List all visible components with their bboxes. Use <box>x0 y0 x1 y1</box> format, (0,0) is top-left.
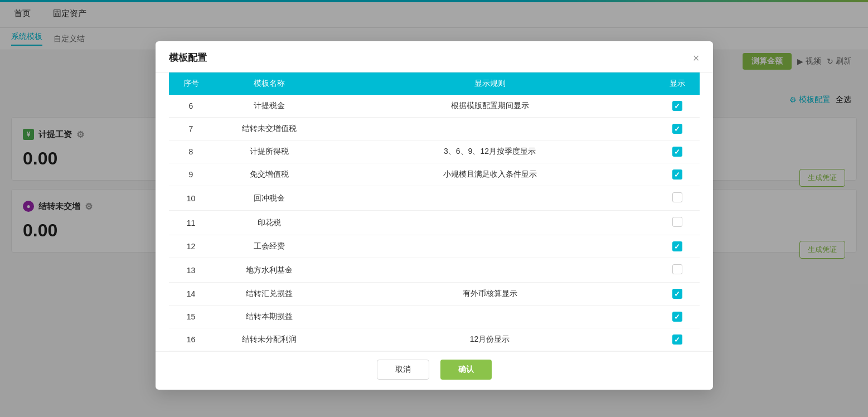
row-name: 计提税金 <box>214 95 325 118</box>
table-row: 6计提税金根据模版配置期间显示 <box>169 95 700 118</box>
row-rule: 12月份显示 <box>325 328 655 351</box>
row-rule: 小规模且满足收入条件显示 <box>325 163 655 186</box>
row-rule <box>325 211 655 235</box>
row-id: 6 <box>169 95 214 118</box>
row-id: 11 <box>169 211 214 235</box>
row-id: 16 <box>169 328 214 351</box>
row-name: 结转未交增值税 <box>214 118 325 140</box>
modal-close-button[interactable]: × <box>693 52 700 64</box>
row-rule <box>325 306 655 328</box>
table-row: 8计提所得税3、6、9、12月按季度显示 <box>169 140 700 163</box>
row-checkbox[interactable] <box>672 217 682 227</box>
row-checkbox-cell <box>655 163 700 186</box>
row-name: 结转本期损益 <box>214 306 325 328</box>
col-header-name: 模板名称 <box>214 72 325 95</box>
row-checkbox-cell <box>655 283 700 306</box>
row-checkbox[interactable] <box>672 147 682 157</box>
row-checkbox[interactable] <box>672 101 682 111</box>
row-name: 免交增值税 <box>214 163 325 186</box>
row-rule <box>325 235 655 258</box>
row-checkbox[interactable] <box>672 241 682 251</box>
row-checkbox-cell <box>655 258 700 283</box>
row-id: 9 <box>169 163 214 186</box>
table-row: 11印花税 <box>169 211 700 235</box>
row-rule <box>325 118 655 140</box>
row-name: 计提所得税 <box>214 140 325 163</box>
row-rule: 根据模版配置期间显示 <box>325 95 655 118</box>
modal-title: 模板配置 <box>169 51 207 64</box>
row-id: 10 <box>169 186 214 211</box>
table-row: 12工会经费 <box>169 235 700 258</box>
table-row: 15结转本期损益 <box>169 306 700 328</box>
table-row: 10回冲税金 <box>169 186 700 211</box>
row-id: 8 <box>169 140 214 163</box>
row-id: 13 <box>169 258 214 283</box>
table-row: 14结转汇兑损益有外币核算显示 <box>169 283 700 306</box>
row-rule: 3、6、9、12月按季度显示 <box>325 140 655 163</box>
row-checkbox-cell <box>655 118 700 140</box>
row-name: 回冲税金 <box>214 186 325 211</box>
cancel-button[interactable]: 取消 <box>377 360 429 380</box>
row-id: 14 <box>169 283 214 306</box>
row-checkbox[interactable] <box>672 192 682 202</box>
row-name: 地方水利基金 <box>214 258 325 283</box>
modal-body: 序号 模板名称 显示规则 显示 6计提税金根据模版配置期间显示7结转未交增值税8… <box>156 72 713 351</box>
row-checkbox[interactable] <box>672 289 682 299</box>
row-id: 12 <box>169 235 214 258</box>
col-header-id: 序号 <box>169 72 214 95</box>
row-checkbox[interactable] <box>672 124 682 134</box>
row-checkbox[interactable] <box>672 312 682 322</box>
row-checkbox-cell <box>655 235 700 258</box>
row-rule <box>325 186 655 211</box>
row-checkbox-cell <box>655 140 700 163</box>
table-body: 6计提税金根据模版配置期间显示7结转未交增值税8计提所得税3、6、9、12月按季… <box>169 95 700 351</box>
table-row: 9免交增值税小规模且满足收入条件显示 <box>169 163 700 186</box>
confirm-button[interactable]: 确认 <box>440 360 492 380</box>
row-checkbox-cell <box>655 211 700 235</box>
row-name: 结转未分配利润 <box>214 328 325 351</box>
config-table: 序号 模板名称 显示规则 显示 6计提税金根据模版配置期间显示7结转未交增值税8… <box>169 72 700 351</box>
row-checkbox[interactable] <box>672 169 682 180</box>
modal-template-config: 模板配置 × 序号 模板名称 显示规则 显示 6计提税金根据模版配置期间显示7结… <box>156 41 713 390</box>
row-checkbox-cell <box>655 328 700 351</box>
table-row: 13地方水利基金 <box>169 258 700 283</box>
col-header-display: 显示 <box>655 72 700 95</box>
table-header: 序号 模板名称 显示规则 显示 <box>169 72 700 95</box>
row-name: 结转汇兑损益 <box>214 283 325 306</box>
row-id: 7 <box>169 118 214 140</box>
row-checkbox[interactable] <box>672 334 682 345</box>
row-name: 工会经费 <box>214 235 325 258</box>
row-checkbox-cell <box>655 186 700 211</box>
row-name: 印花税 <box>214 211 325 235</box>
modal-footer: 取消 确认 <box>156 351 713 390</box>
modal-header: 模板配置 × <box>156 41 713 72</box>
col-header-rule: 显示规则 <box>325 72 655 95</box>
table-row: 16结转未分配利润12月份显示 <box>169 328 700 351</box>
row-checkbox-cell <box>655 95 700 118</box>
table-row: 7结转未交增值税 <box>169 118 700 140</box>
row-id: 15 <box>169 306 214 328</box>
row-rule: 有外币核算显示 <box>325 283 655 306</box>
row-checkbox-cell <box>655 306 700 328</box>
row-checkbox[interactable] <box>672 264 682 274</box>
row-rule <box>325 258 655 283</box>
